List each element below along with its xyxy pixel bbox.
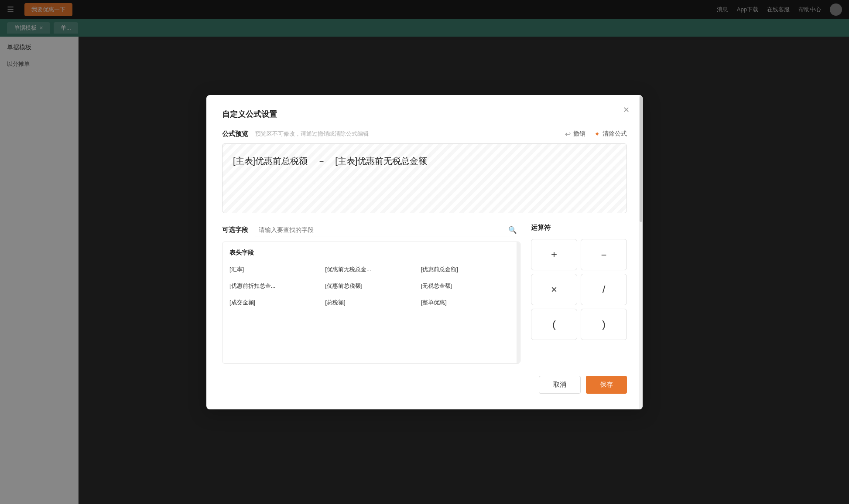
close-button[interactable]: ✕ xyxy=(620,104,632,116)
field-item-0[interactable]: [汇率] xyxy=(229,264,322,275)
cancel-button[interactable]: 取消 xyxy=(539,376,581,394)
operators-grid: + － × / ( ) xyxy=(531,239,627,340)
fields-category-title: 表头字段 xyxy=(229,249,513,257)
field-item-2[interactable]: [优惠前总金额] xyxy=(421,264,513,275)
dialog-scrollbar[interactable] xyxy=(639,95,643,409)
field-item-3[interactable]: [优惠前折扣总金... xyxy=(229,280,322,292)
save-button[interactable]: 保存 xyxy=(586,376,627,394)
dialog-title: 自定义公式设置 xyxy=(222,109,627,119)
operator-multiply[interactable]: × xyxy=(531,274,577,305)
operators-label: 运算符 xyxy=(531,224,627,232)
formula-actions: ↩ 撤销 ✦ 清除公式 xyxy=(565,130,627,138)
dialog-backdrop: 自定义公式设置 ✕ 公式预览 预览区不可修改，请通过撤销或清除公式编辑 ↩ 撤销… xyxy=(0,0,849,504)
scrollbar-thumb xyxy=(640,96,642,222)
field-item-1[interactable]: [优惠前无税总金... xyxy=(325,264,417,275)
fields-panel: 可选字段 🔍 表头字段 [汇率] [优惠前无税总金... [优惠前总金额] [优… xyxy=(222,224,520,364)
operator-plus[interactable]: + xyxy=(531,239,577,270)
clear-formula-button[interactable]: ✦ 清除公式 xyxy=(594,130,627,138)
operators-panel: 运算符 + － × / ( ) xyxy=(531,224,627,364)
field-item-6[interactable]: [成交金额] xyxy=(229,297,322,308)
bottom-section: 可选字段 🔍 表头字段 [汇率] [优惠前无税总金... [优惠前总金额] [优… xyxy=(222,224,627,364)
clear-icon: ✦ xyxy=(594,130,600,138)
formula-operator: － xyxy=(317,156,326,166)
fields-header: 可选字段 🔍 xyxy=(222,224,520,236)
formula-part-1: [主表]优惠前总税额 xyxy=(233,156,308,166)
field-item-4[interactable]: [优惠前总税额] xyxy=(325,280,417,292)
fields-list-container: 表头字段 [汇率] [优惠前无税总金... [优惠前总金额] [优惠前折扣总金.… xyxy=(222,242,520,364)
formula-label-text: 公式预览 xyxy=(222,130,248,138)
dialog-footer: 取消 保存 xyxy=(222,374,627,394)
field-item-5[interactable]: [无税总金额] xyxy=(421,280,513,292)
undo-label: 撤销 xyxy=(573,130,585,138)
formula-hint: 预览区不可修改，请通过撤销或清除公式编辑 xyxy=(255,130,369,138)
search-icon: 🔍 xyxy=(508,226,517,234)
search-input[interactable] xyxy=(255,224,520,236)
formula-preview-box: [主表]优惠前总税额 － [主表]优惠前无税总金额 xyxy=(222,143,627,213)
formula-dialog: 自定义公式设置 ✕ 公式预览 预览区不可修改，请通过撤销或清除公式编辑 ↩ 撤销… xyxy=(206,95,643,409)
operator-divide[interactable]: / xyxy=(581,274,627,305)
operator-rparen[interactable]: ) xyxy=(581,309,627,340)
formula-text: [主表]优惠前总税额 － [主表]优惠前无税总金额 xyxy=(233,154,616,167)
operator-lparen[interactable]: ( xyxy=(531,309,577,340)
formula-part-2: [主表]优惠前无税总金额 xyxy=(335,156,427,166)
section-label-formula: 公式预览 预览区不可修改，请通过撤销或清除公式编辑 ↩ 撤销 ✦ 清除公式 xyxy=(222,130,627,138)
clear-label: 清除公式 xyxy=(603,130,627,138)
undo-button[interactable]: ↩ 撤销 xyxy=(565,130,585,138)
fields-label: 可选字段 xyxy=(222,226,248,234)
fields-grid: [汇率] [优惠前无税总金... [优惠前总金额] [优惠前折扣总金... [优… xyxy=(229,264,513,308)
field-item-7[interactable]: [总税额] xyxy=(325,297,417,308)
operator-minus[interactable]: － xyxy=(581,239,627,270)
field-item-8[interactable]: [整单优惠] xyxy=(421,297,513,308)
undo-icon: ↩ xyxy=(565,130,571,138)
fields-search: 🔍 xyxy=(255,224,520,236)
scroll-indicator xyxy=(517,266,520,302)
formula-preview-section: 公式预览 预览区不可修改，请通过撤销或清除公式编辑 ↩ 撤销 ✦ 清除公式 [主… xyxy=(222,130,627,213)
